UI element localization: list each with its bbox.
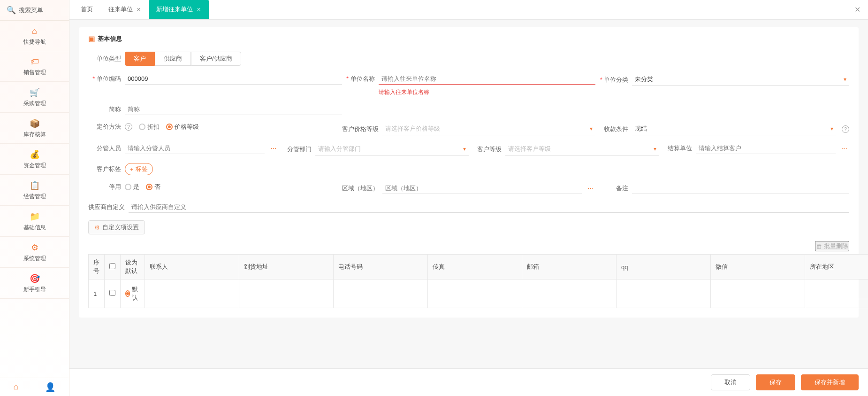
gear-icon: ⚙ xyxy=(94,224,100,231)
region-more-btn[interactable]: ··· xyxy=(586,184,595,193)
basic-icon: 📁 xyxy=(30,211,40,222)
tab-new-partner-close[interactable]: ✕ xyxy=(197,7,201,13)
type-btn-both[interactable]: 客户/供应商 xyxy=(191,52,241,66)
tab-home[interactable]: 首页 xyxy=(73,0,101,19)
customize-settings-button[interactable]: ⚙ 自定义项设置 xyxy=(88,220,145,234)
wechat-input[interactable] xyxy=(716,288,800,299)
payment-terms-help-icon[interactable]: ? xyxy=(842,125,849,133)
unit-category-value: 未分类 xyxy=(635,75,653,84)
settlement-input[interactable] xyxy=(696,143,836,154)
sidebar-item-inventory[interactable]: 📦 库存核算 xyxy=(0,113,69,144)
sidebar-item-label: 采购管理 xyxy=(23,100,46,108)
finance-icon: 💰 xyxy=(30,149,40,160)
supplier-custom-field: 供应商自定义 xyxy=(88,202,849,213)
unit-name-field: 单位名称 请输入往来单位名称 xyxy=(342,73,596,96)
sidebar-item-label: 库存核算 xyxy=(23,131,46,139)
settlement-more-btn[interactable]: ··· xyxy=(839,144,849,153)
sidebar-search[interactable]: 🔍 搜索菜单 xyxy=(0,0,69,21)
add-tag-button[interactable]: + 标签 xyxy=(125,163,153,175)
sidebar-item-purchase[interactable]: 🛒 采购管理 xyxy=(0,82,69,113)
batch-delete-button[interactable]: 🗑 批量删除 xyxy=(815,241,849,251)
tab-new-partner[interactable]: 新增往来单位 ✕ xyxy=(149,0,209,19)
phone-input[interactable] xyxy=(338,288,423,299)
remark-input[interactable] xyxy=(632,183,849,194)
unit-category-select[interactable]: 未分类 ▾ xyxy=(632,73,849,86)
cell-wechat xyxy=(711,280,805,308)
pricing-radio-group: 折扣 价格等级 xyxy=(139,123,199,131)
unit-type-label: 单位类型 xyxy=(88,54,121,63)
email-input[interactable] xyxy=(527,288,611,299)
row-default-radio[interactable]: 默认 xyxy=(125,285,140,302)
type-btn-customer[interactable]: 客户 xyxy=(125,52,155,66)
manager-more-btn[interactable]: ··· xyxy=(268,144,278,153)
sidebar-item-quick-nav[interactable]: ⌂ 快捷导航 xyxy=(0,21,69,51)
row-region-input[interactable] xyxy=(810,288,868,299)
save-and-new-button[interactable]: 保存并新增 xyxy=(801,374,859,390)
section-title-icon: ▣ xyxy=(88,35,95,43)
address-input[interactable] xyxy=(244,288,328,299)
close-all-tabs[interactable]: ✕ xyxy=(851,5,864,14)
select-all-checkbox[interactable] xyxy=(109,263,115,269)
cell-contact xyxy=(145,280,239,308)
remark-field: 备注 xyxy=(595,183,849,194)
sidebar-item-sales[interactable]: 🏷 销售管理 xyxy=(0,51,69,82)
sidebar-item-operations[interactable]: 📋 经营管理 xyxy=(0,175,69,206)
remark-label: 备注 xyxy=(595,184,628,193)
tab-new-partner-label: 新增往来单位 xyxy=(156,5,193,14)
radio-discount[interactable]: 折扣 xyxy=(139,123,160,131)
footer: 取消 保存 保存并新增 xyxy=(69,368,868,396)
chevron-down-icon: ▾ xyxy=(844,76,846,83)
row-checkbox[interactable] xyxy=(109,290,115,296)
radio-no[interactable]: 否 xyxy=(146,183,160,191)
region-field: 区域（地区） ··· xyxy=(342,183,596,194)
sidebar-item-label: 销售管理 xyxy=(23,69,46,77)
cell-email xyxy=(522,280,617,308)
payment-terms-select[interactable]: 现结 ▾ xyxy=(632,123,836,135)
sidebar-item-basic[interactable]: 📁 基础信息 xyxy=(0,206,69,237)
unit-code-input[interactable] xyxy=(125,73,342,85)
pricing-method-label: 定价方法 xyxy=(88,123,121,131)
pricing-row: 定价方法 ? 折扣 价格等级 客户价格等级 xyxy=(88,123,849,135)
radio-yes[interactable]: 是 xyxy=(125,183,139,191)
tab-partner[interactable]: 往来单位 ✕ xyxy=(101,0,149,19)
chevron-down-icon5: ▾ xyxy=(654,146,656,152)
contact-input[interactable] xyxy=(150,288,234,299)
department-select[interactable]: 请输入分管部门 ▾ xyxy=(315,143,469,155)
sidebar-user-btn[interactable]: 👤 xyxy=(45,382,55,392)
cell-region xyxy=(805,280,868,308)
short-name-input[interactable] xyxy=(125,104,342,115)
sidebar-item-finance[interactable]: 💰 资金管理 xyxy=(0,144,69,175)
fax-input[interactable] xyxy=(433,288,517,299)
sidebar-home-btn[interactable]: ⌂ xyxy=(14,382,19,392)
save-button[interactable]: 保存 xyxy=(756,374,795,390)
unit-name-input[interactable] xyxy=(379,73,596,85)
tab-partner-close[interactable]: ✕ xyxy=(137,7,141,13)
sales-icon: 🏷 xyxy=(30,57,39,67)
sidebar-item-guide[interactable]: 🎯 新手引导 xyxy=(0,268,69,299)
region-input[interactable] xyxy=(382,183,582,194)
default-label: 默认 xyxy=(132,285,140,302)
unit-name-label: 单位名称 xyxy=(342,75,375,83)
customer-tag-field: 客户标签 + 标签 xyxy=(88,163,849,175)
customer-price-select[interactable]: 请选择客户价格等级 ▾ xyxy=(382,123,596,135)
system-icon: ⚙ xyxy=(31,242,38,253)
customer-level-field: 客户等级 请选择客户等级 ▾ xyxy=(469,143,659,155)
col-default: 设为默认 xyxy=(121,255,145,280)
supplier-custom-input[interactable] xyxy=(129,202,849,213)
cell-qq xyxy=(617,280,711,308)
radio-price-level[interactable]: 价格等级 xyxy=(166,123,199,131)
supplier-custom-label: 供应商自定义 xyxy=(88,203,125,211)
unit-name-error: 请输入往来单位名称 xyxy=(379,89,429,95)
cell-default: 默认 xyxy=(121,280,145,308)
customer-level-select[interactable]: 请选择客户等级 ▾ xyxy=(505,143,659,155)
cancel-button[interactable]: 取消 xyxy=(711,374,750,390)
sidebar-item-system[interactable]: ⚙ 系统管理 xyxy=(0,237,69,268)
qq-input[interactable] xyxy=(621,288,706,299)
pricing-help-icon[interactable]: ? xyxy=(125,123,132,131)
purchase-icon: 🛒 xyxy=(30,87,40,98)
sidebar-bottom: ⌂ 👤 xyxy=(0,378,69,396)
radio-discount-label: 折扣 xyxy=(147,123,160,131)
manager-input[interactable] xyxy=(125,143,265,154)
type-btn-supplier[interactable]: 供应商 xyxy=(155,52,191,66)
manager-row: 分管人员 ··· 分管部门 请输入分管部门 ▾ 客户等级 请选择客户等级 ▾ xyxy=(88,143,849,155)
